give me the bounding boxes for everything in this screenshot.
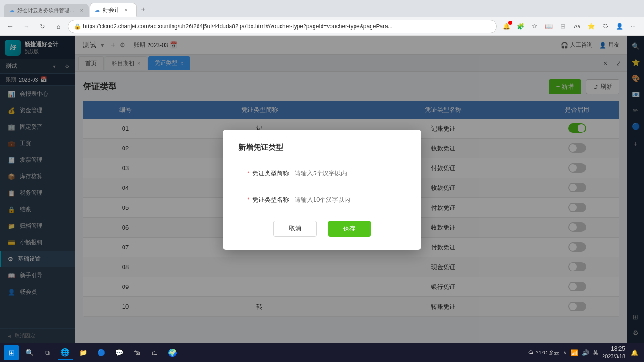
modal-short-label: * 凭证类型简称 bbox=[238, 169, 295, 178]
taskbar-right: 🌤 21°C 多云 ∧ 📶 🔊 英 18:25 2023/3/18 🔔 bbox=[528, 345, 640, 360]
taskbar-explorer[interactable]: 📁 bbox=[75, 345, 91, 360]
browser-tab-active[interactable]: ☁ 好会计 × bbox=[90, 3, 137, 17]
modal-name-label: * 凭证类型名称 bbox=[238, 196, 295, 204]
modal-title: 新增凭证类型 bbox=[238, 143, 406, 153]
taskbar-weather: 🌤 21°C 多云 bbox=[528, 349, 559, 356]
taskbar-lang[interactable]: 英 bbox=[593, 349, 598, 356]
taskbar: ⊞ 🔍 ⧉ 🌐 📁 🔵 💬 🛍 🗂 🌍 🌤 21°C 多云 ∧ 📶 🔊 英 18… bbox=[0, 343, 644, 362]
short-name-input[interactable] bbox=[295, 166, 406, 181]
reading-button[interactable]: 📖 bbox=[542, 20, 555, 33]
full-name-input[interactable] bbox=[295, 192, 406, 207]
save-button[interactable]: 保存 bbox=[328, 221, 371, 237]
taskbar-chevron[interactable]: ∧ bbox=[563, 350, 567, 356]
taskbar-files[interactable]: 🗂 bbox=[147, 345, 162, 360]
reload-button[interactable]: ↻ bbox=[36, 20, 49, 33]
home-button[interactable]: ⌂ bbox=[52, 20, 65, 33]
taskbar-date: 2023/3/18 bbox=[602, 353, 625, 360]
tab1-close[interactable]: × bbox=[80, 8, 83, 13]
taskbar-task-view[interactable]: ⧉ bbox=[40, 345, 55, 360]
forward-button[interactable]: → bbox=[20, 20, 33, 33]
collections-button[interactable]: ⭐ bbox=[585, 20, 598, 33]
tab2-label: 好会计 bbox=[103, 6, 120, 14]
new-tab-button[interactable]: + bbox=[138, 4, 149, 15]
taskbar-time: 18:25 bbox=[602, 345, 625, 353]
address-bar: ← → ↻ ⌂ 🔒 https://cloud2.chanjet.com/acc… bbox=[0, 17, 644, 36]
lock-icon: 🔒 bbox=[74, 23, 81, 30]
split-button[interactable]: ⊟ bbox=[556, 20, 570, 33]
taskbar-edge[interactable]: 🌐 bbox=[58, 345, 73, 360]
back-button[interactable]: ← bbox=[4, 20, 17, 33]
modal-dialog: 新增凭证类型 * 凭证类型简称 * 凭证类型名称 取消 保存 bbox=[223, 130, 421, 250]
taskbar-chrome[interactable]: 🔵 bbox=[93, 345, 108, 360]
browser-tab-inactive[interactable]: ☁ 好会计云财务软件管理系统_会计 × bbox=[4, 4, 89, 17]
address-text: https://cloud2.chanjet.com/accounting/uh… bbox=[83, 23, 393, 30]
taskbar-clock: 18:25 2023/3/18 bbox=[602, 345, 625, 360]
browser-toolbar-right: 🔔 🧩 ☆ 📖 ⊟ Aa ⭐ 🛡 👤 ⋯ bbox=[500, 20, 640, 33]
modal-overlay: 新增凭证类型 * 凭证类型简称 * 凭证类型名称 取消 保存 bbox=[0, 36, 644, 343]
taskbar-wechat[interactable]: 💬 bbox=[111, 345, 126, 360]
extensions-button[interactable]: 🧩 bbox=[514, 20, 527, 33]
taskbar-store[interactable]: 🛍 bbox=[129, 345, 144, 360]
modal-form-short: * 凭证类型简称 bbox=[238, 166, 406, 181]
profile-button[interactable]: 👤 bbox=[613, 20, 626, 33]
notification-button[interactable]: 🔔 bbox=[500, 20, 513, 33]
notification-badge bbox=[508, 21, 512, 25]
tab2-favicon: ☁ bbox=[95, 7, 100, 13]
taskbar-edge2[interactable]: 🌍 bbox=[165, 345, 180, 360]
start-button[interactable]: ⊞ bbox=[4, 345, 19, 360]
modal-form-name: * 凭证类型名称 bbox=[238, 192, 406, 207]
taskbar-wifi[interactable]: 📶 bbox=[570, 349, 578, 356]
favorites-button[interactable]: ☆ bbox=[528, 20, 541, 33]
shield-button[interactable]: 🛡 bbox=[599, 20, 612, 33]
tab1-favicon: ☁ bbox=[9, 8, 15, 14]
cancel-button[interactable]: 取消 bbox=[273, 221, 317, 237]
tab2-close[interactable]: × bbox=[124, 7, 127, 13]
taskbar-notification[interactable]: 🔔 bbox=[629, 347, 640, 358]
tab1-label: 好会计云财务软件管理系统_会计 bbox=[17, 7, 75, 14]
required-star2: * bbox=[247, 196, 249, 203]
taskbar-search[interactable]: 🔍 bbox=[22, 345, 37, 360]
taskbar-volume[interactable]: 🔊 bbox=[582, 349, 589, 356]
required-star: * bbox=[247, 170, 249, 177]
weather-icon: 🌤 bbox=[528, 350, 534, 355]
address-input-container[interactable]: 🔒 https://cloud2.chanjet.com/accounting/… bbox=[68, 20, 497, 33]
modal-footer: 取消 保存 bbox=[238, 221, 406, 237]
browser-chrome: ☁ 好会计云财务软件管理系统_会计 × ☁ 好会计 × + bbox=[0, 0, 644, 17]
aa-button[interactable]: Aa bbox=[570, 20, 584, 33]
more-button[interactable]: ⋯ bbox=[627, 20, 640, 33]
weather-text: 21°C 多云 bbox=[536, 349, 559, 356]
